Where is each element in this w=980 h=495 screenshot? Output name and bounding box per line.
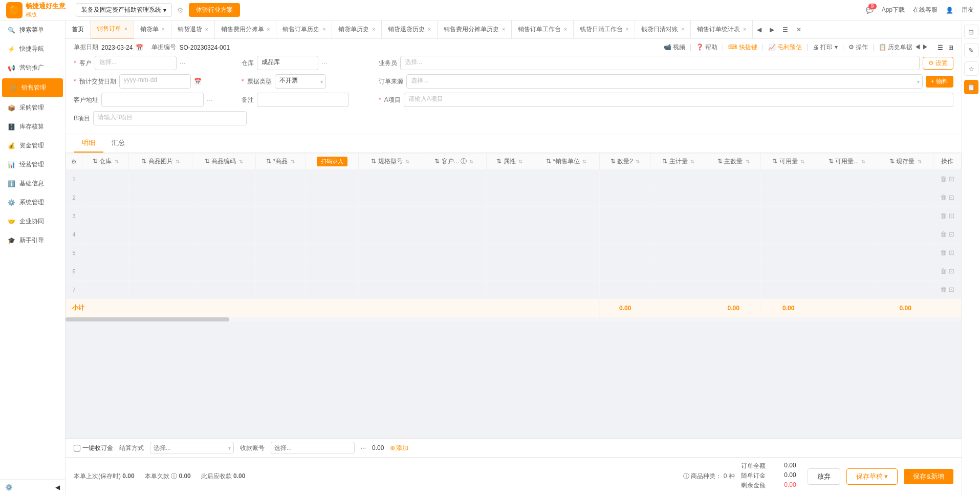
sidebar-item-finance[interactable]: 💰 资金管理 xyxy=(0,136,65,155)
tab-sales-order[interactable]: 销售订单 × xyxy=(91,20,134,39)
row-copy-icon[interactable]: ⊡ xyxy=(949,175,954,183)
row-delete-icon[interactable]: 🗑 xyxy=(940,193,947,201)
staff-input[interactable]: 选择... xyxy=(400,56,920,70)
row-delete-icon[interactable]: 🗑 xyxy=(940,230,947,238)
scan-button[interactable]: 扫码录入 xyxy=(317,157,347,166)
tab-menu[interactable]: ☰ xyxy=(778,20,792,39)
shortcut-btn[interactable]: ⌨ 快捷键 xyxy=(728,43,757,52)
add-receipt-btn[interactable]: ⊕ 添加 xyxy=(390,444,408,453)
sidebar-item-operations[interactable]: 📊 经营管理 xyxy=(0,155,65,174)
form-row-3: 客户地址 ··· 备注 * A项目 请输入A项目 xyxy=(74,93,953,107)
tab-daily-clear[interactable]: 钱货日清工作台 × xyxy=(574,20,636,39)
help-btn[interactable]: ❓ 帮助 xyxy=(696,43,717,52)
order-source-select[interactable]: 选择... xyxy=(406,74,923,89)
tab-home[interactable]: 首页 xyxy=(66,20,91,39)
customer-input[interactable]: 选择... xyxy=(95,56,177,70)
sidebar-item-guide[interactable]: 🎓 新手引导 xyxy=(0,231,65,250)
subtotal-label: 小计 xyxy=(66,299,600,317)
customer-dots[interactable]: ··· xyxy=(180,59,186,67)
sidebar-item-purchase[interactable]: 📦 采购管理 xyxy=(0,98,65,117)
tab-daily-reconcile[interactable]: 钱货日清对账 × xyxy=(635,20,691,39)
ops-icon: 📊 xyxy=(7,161,15,169)
sidebar-item-sales[interactable]: 🛒 销售管理 xyxy=(2,78,63,97)
sidebar-item-inventory[interactable]: 🗄️ 库存核算 xyxy=(0,117,65,136)
row-copy-icon[interactable]: ⊡ xyxy=(949,230,954,238)
history-btn[interactable]: 📋 历史单据 ◀ ▶ xyxy=(879,43,928,52)
message-icon[interactable]: 💬 9 xyxy=(866,7,874,14)
sidebar-item-system[interactable]: ⚙️ 系统管理 xyxy=(0,193,65,212)
system-icon: ⚙️ xyxy=(7,199,15,207)
row-copy-icon[interactable]: ⊡ xyxy=(949,212,954,220)
tab-sales-stats[interactable]: 销售订单统计表 × xyxy=(691,20,753,39)
set-button[interactable]: ⚙ 设置 xyxy=(923,57,953,70)
tab-detail[interactable]: 明细 xyxy=(74,134,103,153)
system-selector[interactable]: 装备及固定资产辅助管理系统 ▾ xyxy=(76,3,172,17)
sidebar-item-enterprise[interactable]: 🤝 企业协同 xyxy=(0,212,65,231)
calendar-icon[interactable]: 📅 xyxy=(136,44,143,51)
tab-workbench[interactable]: 销售订单工作台 × xyxy=(512,20,574,39)
date-icon[interactable]: 📅 xyxy=(194,78,202,85)
tab-sales-order-history[interactable]: 销售订单历史 × xyxy=(276,20,332,39)
footer: 本单上次(保存时) 0.00 本单欠款 ⓘ 0.00 此后应收款 0.00 xyxy=(66,457,962,495)
row-delete-icon[interactable]: 🗑 xyxy=(940,249,947,256)
grid-view-btn[interactable]: ⊞ xyxy=(948,44,953,51)
trial-btn[interactable]: 体验行业方案 xyxy=(189,3,240,17)
b-project-input[interactable]: 请输入B项目 xyxy=(93,111,247,125)
row-delete-icon[interactable]: 🗑 xyxy=(940,286,947,293)
add-material-button[interactable]: + 物料 xyxy=(926,76,953,88)
horizontal-scrollbar[interactable] xyxy=(66,317,962,321)
row-delete-icon[interactable]: 🗑 xyxy=(940,175,947,183)
row-copy-icon[interactable]: ⊡ xyxy=(949,267,954,275)
row-delete-icon[interactable]: 🗑 xyxy=(940,267,947,275)
sidebar-item-marketing[interactable]: 📢 营销推广 xyxy=(0,58,65,77)
tab-sales-return[interactable]: 销货退货 × xyxy=(171,20,215,39)
profit-btn[interactable]: 📈 毛利预估 xyxy=(768,43,802,52)
invoice-type-select[interactable]: 不开票 xyxy=(275,74,326,89)
one-key-checkout-checkbox[interactable]: 一键收订金 xyxy=(74,444,113,453)
settlement-input[interactable] xyxy=(150,442,234,454)
tab-sales-bill[interactable]: 销货单 × xyxy=(134,20,171,39)
sidebar-collapse-icon[interactable]: ◀ xyxy=(55,484,60,491)
tab-summary[interactable]: 汇总 xyxy=(103,134,133,153)
sidebar-settings-icon[interactable]: ⚙️ xyxy=(5,484,13,491)
row-delete-icon[interactable]: 🗑 xyxy=(940,212,947,220)
th-settings[interactable]: ⚙ xyxy=(66,154,82,170)
delivery-date-input[interactable]: yyyy-mm-dd xyxy=(119,74,191,89)
discard-button[interactable]: 放弃 xyxy=(808,468,840,485)
tab-bar: 首页 销售订单 × 销货单 × 销货退货 × 销售费用分摊单 × 销售订单历史 … xyxy=(66,20,962,39)
dots-receipt[interactable]: ··· xyxy=(361,444,366,451)
row-copy-icon[interactable]: ⊡ xyxy=(949,249,954,256)
online-service[interactable]: 在线客服 xyxy=(913,6,938,14)
th-scan[interactable]: 扫码录入 xyxy=(306,154,359,170)
sidebar-item-basic[interactable]: ℹ️ 基础信息 xyxy=(0,174,65,193)
row-copy-icon[interactable]: ⊡ xyxy=(949,193,954,201)
warehouse-input[interactable]: 成品库 xyxy=(257,56,318,70)
tab-next[interactable]: ▶ xyxy=(766,20,778,39)
tab-sales-expense[interactable]: 销售费用分摊单 × xyxy=(215,20,277,39)
sidebar-item-search[interactable]: 🔍 搜索菜单 xyxy=(0,20,65,39)
tab-close-all[interactable]: ✕ xyxy=(792,20,805,39)
tab-prev[interactable]: ◀ xyxy=(753,20,766,39)
subtotal-qty2: 0.00 xyxy=(600,299,651,317)
row-copy-icon[interactable]: ⊡ xyxy=(949,286,954,293)
rp-icon-1[interactable]: ⊡ xyxy=(964,25,978,39)
save-draft-button[interactable]: 保存草稿 ▾ xyxy=(846,468,898,485)
video-btn[interactable]: 📹 视频 xyxy=(664,43,685,52)
address-input[interactable] xyxy=(101,93,204,107)
rp-icon-4[interactable]: 📋 xyxy=(964,80,978,94)
a-project-input[interactable]: 请输入A项目 xyxy=(404,93,953,107)
app-download[interactable]: App下载 xyxy=(882,6,905,14)
print-btn[interactable]: 🖨 打印 ▾ xyxy=(813,43,838,52)
rp-icon-2[interactable]: ✎ xyxy=(964,43,978,57)
tab-expense-history[interactable]: 销售费用分摊单历史 × xyxy=(438,20,512,39)
remark-input[interactable] xyxy=(257,93,349,107)
tab-return-history[interactable]: 销货退货历史 × xyxy=(382,20,438,39)
receipt-no-input[interactable] xyxy=(271,442,355,454)
sidebar-item-quicknav[interactable]: ⚡ 快捷导航 xyxy=(0,39,65,58)
save-new-button[interactable]: 保存&新增 xyxy=(904,469,953,484)
rp-icon-3[interactable]: ☆ xyxy=(964,61,978,76)
warehouse-dots[interactable]: ··· xyxy=(321,59,328,67)
operations-btn[interactable]: ⚙ 操作 xyxy=(848,43,868,52)
address-dots[interactable]: ··· xyxy=(207,96,213,104)
tab-sales-bill-history[interactable]: 销货单历史 × xyxy=(332,20,382,39)
